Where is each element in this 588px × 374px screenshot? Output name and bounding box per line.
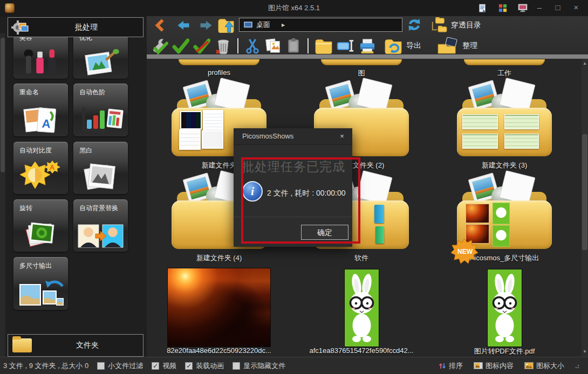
toolbar-separator xyxy=(237,38,238,53)
folder-label: 图 xyxy=(297,68,426,78)
maximize-button[interactable]: □ xyxy=(549,0,566,16)
checkbox-box xyxy=(97,362,105,370)
main-scrollbar-thumb[interactable] xyxy=(582,134,587,250)
sort-button[interactable]: 排序 xyxy=(439,361,463,371)
grayscale-photo-icon xyxy=(73,162,128,192)
folder-preview xyxy=(375,226,384,244)
invert-selection-button[interactable] xyxy=(193,37,210,54)
back-chevron-button[interactable] xyxy=(152,18,168,33)
main-scrollbar[interactable]: ▲ ▼ xyxy=(582,59,588,357)
rename-docs-icon: A xyxy=(13,104,68,134)
penetrate-directory-label[interactable]: 穿透目录 xyxy=(451,20,481,30)
folder-stub[interactable] xyxy=(179,59,259,65)
folder-preview xyxy=(374,205,384,223)
export-label[interactable]: 导出 xyxy=(406,41,421,51)
sidebar-item-multisize-output[interactable]: 多尺寸输出 xyxy=(13,257,68,310)
checkbox-load-animation[interactable]: ✓ 装载动画 xyxy=(185,361,224,371)
sidebar-item-black-white[interactable]: 黑白 xyxy=(73,142,128,194)
folder-up-button[interactable] xyxy=(217,17,235,33)
toolbar: 桌面 ▶ 穿透目录 xyxy=(147,16,588,55)
minimize-button[interactable]: – xyxy=(531,0,548,16)
scroll-down-arrow[interactable]: ▼ xyxy=(582,348,588,356)
dialog-close-button[interactable]: × xyxy=(335,128,349,144)
completion-dialog: PicosmosShows × 批处理任务已完成 i 2 文件 , 耗时 : 0… xyxy=(234,128,352,247)
checkbox-small-file-filter[interactable]: 小文件过滤 xyxy=(97,361,143,371)
sidebar-scrollbar[interactable] xyxy=(0,33,5,357)
cut-button[interactable] xyxy=(244,37,261,54)
delete-button[interactable] xyxy=(214,37,231,54)
penetrate-directory-icon[interactable] xyxy=(428,17,449,33)
icon-size-button[interactable]: 图标大小 xyxy=(524,361,564,371)
close-button[interactable]: × xyxy=(568,0,585,16)
sidebar-item-auto-levels[interactable]: 自动色阶 xyxy=(73,84,128,136)
folder-preview xyxy=(493,225,510,247)
organize-button[interactable] xyxy=(437,37,459,54)
address-value: 桌面 xyxy=(256,20,270,30)
folder-item[interactable] xyxy=(457,82,552,156)
batch-tools-button[interactable] xyxy=(151,37,168,54)
screen-tool-icon[interactable] xyxy=(516,3,529,13)
sidebar-item-rename[interactable]: 重命名 A xyxy=(13,84,68,136)
checkbox-show-hidden-files[interactable]: 显示隐藏文件 xyxy=(233,361,285,371)
folder-stub[interactable] xyxy=(464,59,545,65)
icon-content-label: 图标内容 xyxy=(486,361,514,371)
sidebar-header-batch[interactable]: 批处理 xyxy=(8,17,143,37)
folder-preview xyxy=(504,134,539,149)
contrast-sun-icon: A xyxy=(13,160,68,192)
nav-forward-arrow-button[interactable] xyxy=(197,18,215,33)
nav-back-arrow-button[interactable] xyxy=(175,18,192,33)
icon-size-icon xyxy=(524,362,534,369)
icon-content-button[interactable]: 图标内容 xyxy=(474,361,514,371)
info-icon: i xyxy=(242,181,263,202)
rotate-photos-icon xyxy=(13,219,68,250)
dialog-message: 2 文件 , 耗时 : 00:00:00 xyxy=(267,189,346,198)
notes-tool-icon[interactable] xyxy=(476,3,489,13)
palette-tool-icon[interactable] xyxy=(496,3,509,13)
print-button[interactable] xyxy=(359,38,376,54)
folder-stub[interactable] xyxy=(321,59,402,65)
folder-label: 新建文件夹 (3) xyxy=(440,161,569,170)
new-folder-button[interactable] xyxy=(314,38,333,54)
tile-label: 自动色阶 xyxy=(79,88,105,97)
address-bar[interactable]: 桌面 ▶ xyxy=(239,18,402,32)
checkbox-label: 小文件过滤 xyxy=(108,361,143,371)
select-all-button[interactable] xyxy=(172,37,189,54)
paste-button[interactable] xyxy=(285,37,302,54)
ok-button[interactable]: 确定 xyxy=(301,225,348,240)
sidebar-footer-folders[interactable]: 文件夹 xyxy=(8,334,143,357)
image-file-sunset[interactable] xyxy=(168,268,270,347)
copy-button[interactable] xyxy=(264,37,282,54)
file-count-summary: 3 文件 , 9 文件夹 , 总大小 0 xyxy=(3,361,88,371)
titlebar: 图片馆 x64 2.5.1 – □ × xyxy=(0,0,588,16)
app-window: 图片馆 x64 2.5.1 – □ × 桌面 ▶ xyxy=(0,0,588,374)
sidebar-item-auto-bg-replace[interactable]: 自动背景替换 xyxy=(73,199,128,252)
checkbox-video[interactable]: ✓ 视频 xyxy=(152,361,176,371)
folder-preview xyxy=(504,114,539,129)
image-file-rabbit-pdf[interactable] xyxy=(488,269,522,347)
dialog-footer-divider xyxy=(234,217,352,217)
new-badge: NEW xyxy=(451,238,478,264)
rename-button[interactable] xyxy=(337,38,355,54)
image-file-rabbit[interactable] xyxy=(345,269,379,347)
file-label: 图片转PDF文件.pdf xyxy=(440,347,569,356)
svg-text:A: A xyxy=(50,163,55,171)
resize-grip[interactable] xyxy=(575,363,580,369)
sidebar-item-rotate[interactable]: 旋转 xyxy=(13,199,68,252)
icon-size-label: 图标大小 xyxy=(536,361,564,371)
statusbar: 3 文件 , 9 文件夹 , 总大小 0 小文件过滤 ✓ 视频 ✓ 装载动画 显… xyxy=(0,357,588,374)
scroll-up-arrow[interactable]: ▲ xyxy=(582,60,588,67)
tile-label: 多尺寸输出 xyxy=(19,261,52,271)
export-button[interactable] xyxy=(384,38,402,54)
tile-label: 重命名 xyxy=(19,88,39,97)
refresh-button[interactable] xyxy=(406,17,423,32)
folder-preview xyxy=(462,114,498,129)
organize-label[interactable]: 整理 xyxy=(462,41,477,51)
breadcrumb-arrow-icon[interactable]: ▶ xyxy=(282,23,285,27)
checkbox-box: ✓ xyxy=(152,362,159,370)
tile-label: 自动背景替换 xyxy=(79,204,118,213)
folder-preview xyxy=(179,129,201,150)
checkbox-box: ✓ xyxy=(185,362,193,370)
sidebar-scrollbar-thumb[interactable] xyxy=(1,38,5,172)
file-label: 82e20faa48e6d22c50923220dc... xyxy=(154,347,284,355)
sidebar-item-auto-contrast[interactable]: 自动对比度 A xyxy=(13,142,68,194)
